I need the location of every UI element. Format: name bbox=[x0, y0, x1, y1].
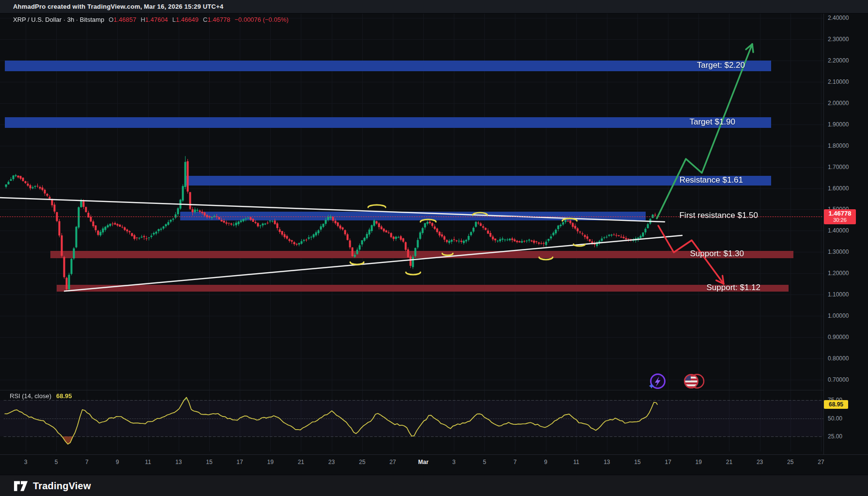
low-value: 1.46649 bbox=[176, 16, 199, 23]
price-tick-1.90000: 1.90000 bbox=[828, 121, 849, 128]
time-tick-7: 7 bbox=[85, 459, 89, 465]
time-tick-21: 21 bbox=[726, 459, 732, 465]
time-tick-25: 25 bbox=[787, 459, 793, 465]
time-tick-3: 3 bbox=[24, 459, 28, 465]
tradingview-chart-window: Target: $2.20 Target $1.90 Resistance $1… bbox=[0, 0, 868, 496]
zone-label-first-resistance-1-50: First resistance $1.50 bbox=[679, 211, 758, 220]
time-tick-19: 19 bbox=[696, 459, 702, 465]
rsi-tick-25.00: 25.00 bbox=[828, 433, 842, 440]
current-price-value: 1.46778 bbox=[824, 210, 856, 217]
time-tick-21: 21 bbox=[298, 459, 304, 465]
tradingview-logo[interactable]: TradingView bbox=[14, 480, 91, 492]
price-tick-2.40000: 2.40000 bbox=[828, 15, 849, 21]
price-tick-2.10000: 2.10000 bbox=[828, 78, 849, 85]
price-tick-2.20000: 2.20000 bbox=[828, 57, 849, 64]
open-value: 1.46857 bbox=[113, 16, 136, 23]
time-tick-27: 27 bbox=[389, 459, 396, 465]
price-tick-2.30000: 2.30000 bbox=[828, 36, 849, 43]
price-tick-0.90000: 0.90000 bbox=[828, 334, 849, 341]
rsi-indicator-legend[interactable]: RSI (14, close) 68.95 bbox=[10, 392, 72, 400]
pane-separator[interactable] bbox=[0, 390, 868, 390]
zone-label-support-1-30: Support: $1.30 bbox=[690, 249, 744, 259]
close-value: 1.46778 bbox=[207, 16, 230, 23]
zone-label-support-1-12: Support: $1.12 bbox=[706, 283, 760, 293]
symbol-legend[interactable]: XRP / U.S. Dollar · 3h · Bitstamp O1.468… bbox=[13, 16, 289, 23]
zone-label-resistance-1-61: Resistance $1.61 bbox=[680, 175, 743, 185]
rsi-badge-value: 68.95 bbox=[829, 401, 843, 408]
tradingview-logo-mark bbox=[14, 480, 28, 492]
time-tick-25: 25 bbox=[359, 459, 365, 465]
price-tick-1.40000: 1.40000 bbox=[828, 227, 849, 234]
time-tick-9: 9 bbox=[544, 459, 547, 465]
price-tick-1.80000: 1.80000 bbox=[828, 142, 849, 149]
time-tick-23: 23 bbox=[757, 459, 763, 465]
flash-event-icon[interactable] bbox=[648, 372, 667, 393]
price-tick-1.20000: 1.20000 bbox=[828, 270, 849, 277]
time-tick-3: 3 bbox=[452, 459, 456, 465]
time-tick-15: 15 bbox=[634, 459, 640, 465]
zone-label-target-1-90: Target $1.90 bbox=[689, 117, 735, 127]
rsi-value-badge[interactable]: 68.95 bbox=[824, 400, 848, 409]
price-pane-canvas[interactable] bbox=[0, 0, 868, 496]
price-tick-0.70000: 0.70000 bbox=[828, 376, 849, 383]
time-tick-5: 5 bbox=[55, 459, 58, 465]
time-tick-17: 17 bbox=[665, 459, 671, 465]
low-label: L bbox=[172, 16, 176, 23]
bar-countdown: 30:26 bbox=[824, 217, 856, 223]
time-tick-23: 23 bbox=[328, 459, 335, 465]
rsi-label[interactable]: RSI (14, close) bbox=[10, 392, 51, 400]
time-tick-11: 11 bbox=[145, 459, 151, 465]
attribution-bar: AhmadPro created with TradingView.com, M… bbox=[0, 0, 868, 14]
zone-label-target-2-20: Target: $2.20 bbox=[697, 61, 745, 70]
us-flag-event-icon[interactable] bbox=[684, 373, 705, 391]
time-tick-Mar: Mar bbox=[418, 459, 428, 465]
price-tick-1.30000: 1.30000 bbox=[828, 248, 849, 255]
rsi-tick-50.00: 50.00 bbox=[828, 415, 842, 422]
time-axis[interactable]: 3579111315171921232527Mar357911131517192… bbox=[0, 454, 868, 475]
time-tick-13: 13 bbox=[604, 459, 610, 465]
current-price-badge[interactable]: 1.46778 30:26 bbox=[824, 209, 856, 224]
time-tick-17: 17 bbox=[236, 459, 243, 465]
time-tick-15: 15 bbox=[206, 459, 212, 465]
time-tick-27: 27 bbox=[818, 459, 824, 465]
time-tick-13: 13 bbox=[175, 459, 182, 465]
tradingview-brand-text: TradingView bbox=[33, 480, 91, 492]
footer-bar: TradingView bbox=[0, 475, 868, 496]
time-tick-5: 5 bbox=[483, 459, 486, 465]
price-axis[interactable]: 2.400002.300002.200002.100002.000001.900… bbox=[823, 13, 868, 454]
price-tick-2.00000: 2.00000 bbox=[828, 100, 849, 107]
rsi-value: 68.95 bbox=[56, 392, 72, 400]
price-tick-1.70000: 1.70000 bbox=[828, 164, 849, 170]
time-tick-9: 9 bbox=[116, 459, 119, 465]
attribution-text: AhmadPro created with TradingView.com, M… bbox=[13, 3, 223, 10]
time-tick-11: 11 bbox=[573, 459, 579, 465]
time-tick-19: 19 bbox=[267, 459, 274, 465]
time-tick-7: 7 bbox=[513, 459, 517, 465]
change-value: −0.00076 (−0.05%) bbox=[234, 16, 288, 23]
symbol-title[interactable]: XRP / U.S. Dollar · 3h · Bitstamp bbox=[13, 16, 104, 23]
price-tick-1.00000: 1.00000 bbox=[828, 312, 849, 319]
high-label: H bbox=[140, 16, 145, 23]
price-tick-1.60000: 1.60000 bbox=[828, 185, 849, 192]
price-tick-0.80000: 0.80000 bbox=[828, 355, 849, 362]
price-tick-1.10000: 1.10000 bbox=[828, 291, 849, 298]
high-value: 1.47604 bbox=[145, 16, 168, 23]
open-label: O bbox=[108, 16, 113, 23]
